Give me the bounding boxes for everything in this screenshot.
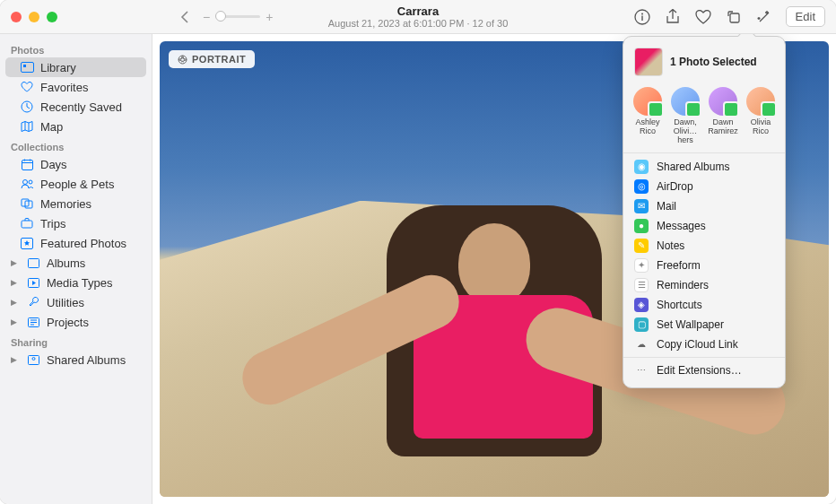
close-window-button[interactable] — [11, 12, 22, 22]
extensions-icon: ⋯ — [634, 363, 649, 378]
zoom-track[interactable] — [215, 15, 260, 18]
sidebar-item-trips[interactable]: Trips — [5, 213, 146, 233]
sidebar-section-photos: Photos — [0, 39, 152, 57]
share-thumbnail — [634, 48, 663, 76]
svg-rect-7 — [22, 160, 32, 169]
sidebar-item-label: Map — [40, 120, 63, 134]
suitcase-icon — [20, 216, 34, 230]
cloud-icon: ☁ — [634, 337, 649, 352]
wallpaper-icon: ▢ — [634, 317, 649, 332]
chevron-right-icon: ▶ — [11, 258, 20, 267]
contact-name: Dawn Ramirez — [704, 118, 742, 136]
photo-subtitle: August 21, 2023 at 6:01:00 PM · 12 of 30 — [328, 18, 509, 29]
svg-rect-3 — [730, 13, 739, 22]
svg-point-19 — [179, 56, 187, 64]
body-area: Photos Library Favorites Recently Saved … — [0, 34, 836, 504]
zoom-slider[interactable]: − + — [203, 10, 273, 24]
share-item-copy-icloud[interactable]: ☁Copy iCloud Link — [623, 335, 785, 354]
back-button[interactable] — [174, 6, 196, 28]
fullscreen-window-button[interactable] — [47, 12, 57, 22]
share-button[interactable] — [664, 8, 682, 26]
projects-icon — [26, 315, 40, 329]
portrait-badge: PORTRAIT — [169, 50, 255, 68]
sidebar-item-library[interactable]: Library — [5, 57, 146, 77]
shared-albums-icon: ◉ — [634, 160, 649, 174]
minimize-window-button[interactable] — [29, 12, 39, 22]
chevron-right-icon: ▶ — [11, 298, 20, 307]
contact-name: Ashley Rico — [629, 118, 666, 136]
share-contact[interactable]: Olivia Rico — [742, 87, 779, 145]
sidebar-item-favorites[interactable]: Favorites — [5, 77, 146, 97]
svg-rect-12 — [22, 221, 32, 228]
share-item-shared-albums[interactable]: ◉Shared Albums — [623, 157, 785, 177]
zoom-in-icon: + — [266, 10, 273, 24]
titlebar: − + Carrara August 21, 2023 at 6:01:00 P… — [0, 0, 836, 34]
sidebar-item-albums[interactable]: ▶ Albums — [5, 253, 146, 273]
reminders-icon: ☰ — [634, 278, 649, 292]
sidebar-item-people-pets[interactable]: People & Pets — [5, 174, 146, 194]
mail-icon: ✉ — [634, 199, 649, 213]
avatar — [633, 87, 662, 116]
favorite-button[interactable] — [694, 8, 712, 26]
sidebar-item-recently-saved[interactable]: Recently Saved — [5, 97, 146, 117]
media-icon — [26, 275, 40, 290]
sidebar-item-label: Projects — [47, 316, 89, 329]
sidebar-item-label: Featured Photos — [40, 237, 126, 250]
sidebar-item-utilities[interactable]: ▶ Utilities — [5, 292, 146, 312]
svg-rect-4 — [21, 63, 33, 73]
shortcuts-icon: ◈ — [634, 298, 649, 312]
sidebar-item-days[interactable]: Days — [5, 154, 146, 174]
sidebar: Photos Library Favorites Recently Saved … — [0, 34, 152, 504]
heart-icon — [20, 80, 34, 94]
shared-icon — [26, 352, 40, 367]
sidebar-item-label: Recently Saved — [40, 100, 122, 114]
edit-button[interactable]: Edit — [786, 6, 825, 27]
chevron-right-icon: ▶ — [11, 317, 20, 326]
svg-point-9 — [29, 180, 32, 184]
sidebar-item-label: People & Pets — [40, 178, 114, 191]
contact-name: Olivia Rico — [742, 118, 779, 136]
avatar — [746, 87, 775, 116]
auto-enhance-button[interactable] — [755, 8, 773, 26]
svg-rect-14 — [28, 258, 39, 267]
share-popover: 1 Photo Selected Ashley Rico Dawn, Olivi… — [623, 36, 786, 388]
share-contact[interactable]: Ashley Rico — [629, 87, 666, 145]
chevron-right-icon: ▶ — [11, 355, 20, 364]
share-item-set-wallpaper[interactable]: ▢Set Wallpaper — [623, 315, 785, 335]
info-button[interactable] — [633, 8, 651, 26]
share-title: 1 Photo Selected — [670, 56, 757, 68]
calendar-icon — [20, 157, 34, 171]
wrench-icon — [26, 295, 40, 309]
share-contacts-row: Ashley Rico Dawn, Olivi…hers Dawn Ramire… — [623, 83, 785, 153]
avatar — [709, 87, 737, 116]
portrait-badge-label: PORTRAIT — [192, 54, 246, 65]
share-contact[interactable]: Dawn Ramirez — [704, 87, 742, 145]
rotate-button[interactable] — [725, 8, 743, 26]
share-contact[interactable]: Dawn, Olivi…hers — [666, 87, 704, 145]
sidebar-item-memories[interactable]: Memories — [5, 194, 146, 213]
chevron-right-icon: ▶ — [11, 278, 20, 287]
sidebar-item-shared-albums[interactable]: ▶ Shared Albums — [5, 350, 146, 369]
share-item-mail[interactable]: ✉Mail — [623, 196, 785, 216]
share-item-shortcuts[interactable]: ◈Shortcuts — [623, 295, 785, 315]
sidebar-item-projects[interactable]: ▶ Projects — [5, 312, 146, 332]
share-app-list: ◉Shared Albums ◎AirDrop ✉Mail ●Messages … — [623, 153, 785, 384]
airdrop-icon: ◎ — [634, 179, 649, 194]
share-item-freeform[interactable]: ✦Freeform — [623, 256, 785, 275]
zoom-thumb[interactable] — [215, 11, 226, 22]
sidebar-item-media-types[interactable]: ▶ Media Types — [5, 273, 146, 292]
sidebar-item-map[interactable]: Map — [5, 117, 146, 136]
sidebar-item-label: Memories — [40, 197, 91, 211]
share-item-notes[interactable]: ✎Notes — [623, 236, 785, 256]
svg-rect-2 — [641, 15, 642, 21]
avatar — [671, 87, 700, 116]
sidebar-item-featured-photos[interactable]: Featured Photos — [5, 233, 146, 253]
people-icon — [20, 177, 34, 191]
share-item-messages[interactable]: ●Messages — [623, 216, 785, 236]
contact-name: Dawn, Olivi…hers — [666, 118, 704, 145]
messages-icon: ● — [634, 219, 649, 233]
share-item-airdrop[interactable]: ◎AirDrop — [623, 177, 785, 196]
share-item-reminders[interactable]: ☰Reminders — [623, 275, 785, 295]
share-item-edit-extensions[interactable]: ⋯Edit Extensions… — [623, 361, 785, 380]
zoom-out-icon: − — [203, 10, 210, 24]
